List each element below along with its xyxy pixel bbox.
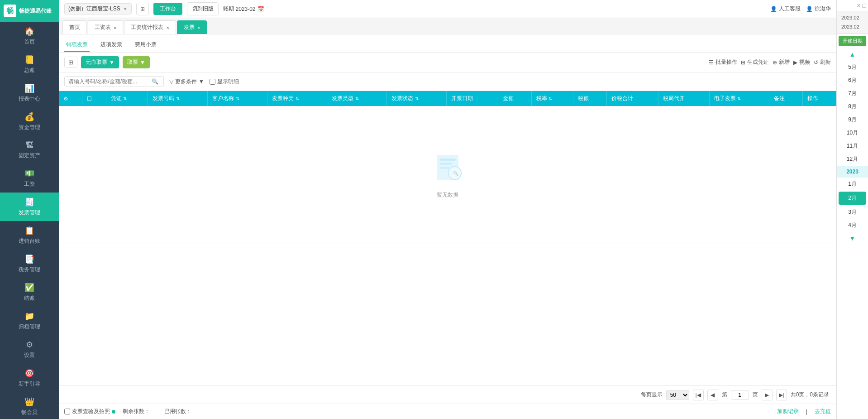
sidebar-item-5[interactable]: 💵工资 xyxy=(0,164,59,193)
month-11[interactable]: 11月 xyxy=(837,140,868,153)
support-link[interactable]: 👤 人工客服 xyxy=(770,5,801,13)
user-name: 徐滋华 xyxy=(815,5,831,13)
refresh-btn[interactable]: ↺ 刷新 xyxy=(814,58,831,66)
sidebar-item-12[interactable]: 🎯新手引导 xyxy=(0,364,59,392)
company-selector[interactable]: (勿删）江西股宝-LSS ▼ xyxy=(64,3,132,14)
tab-invoice[interactable]: 发票 × xyxy=(177,20,207,34)
add-record-link[interactable]: 加购记录 xyxy=(777,408,799,415)
support-icon: 👤 xyxy=(770,6,777,12)
next-page-btn[interactable]: ▶ xyxy=(762,390,773,400)
th-tax: 税额 xyxy=(573,91,607,106)
current-page-input[interactable] xyxy=(731,390,749,400)
month-12[interactable]: 12月 xyxy=(837,153,868,166)
date-panel-expand-btn[interactable]: □ xyxy=(863,2,866,9)
sidebar-item-1[interactable]: 📒总账 xyxy=(0,50,59,79)
tab-salary[interactable]: 工资表 × xyxy=(88,20,123,34)
date-header-item-1[interactable]: 2023.02 xyxy=(839,14,865,22)
th-customer[interactable]: 客户名称 ⇅ xyxy=(208,91,267,106)
show-detail-input[interactable] xyxy=(210,79,215,85)
sidebar-item-10[interactable]: 📁归档管理 xyxy=(0,307,59,335)
sidebar-item-3[interactable]: 💰资金管理 xyxy=(0,107,59,136)
draw-btn[interactable]: 取票 ▼ xyxy=(123,56,150,68)
first-page-btn[interactable]: |◀ xyxy=(693,390,704,400)
video-btn[interactable]: ▶ 视频 xyxy=(793,58,810,66)
prev-page-btn[interactable]: ◀ xyxy=(707,390,718,400)
tab-invoice-close[interactable]: × xyxy=(197,25,200,30)
sidebar-item-4[interactable]: 🏗固定资产 xyxy=(0,136,59,164)
month-4[interactable]: 4月 xyxy=(837,219,868,232)
workspace-btn[interactable]: 工作台 xyxy=(153,3,182,15)
th-tax-rate[interactable]: 税率 ⇅ xyxy=(531,91,573,106)
tab-salary-report-close[interactable]: × xyxy=(166,25,169,30)
open-period-btn[interactable]: 开账日期 xyxy=(839,36,866,46)
tab-invoice-label: 发票 xyxy=(184,24,195,31)
month-1[interactable]: 1月 xyxy=(837,178,868,191)
sidebar-item-6[interactable]: 🧾发票管理 xyxy=(0,193,59,221)
batch-ops-btn[interactable]: ☰ 批量操作 xyxy=(709,58,737,66)
view-toggle[interactable]: ⊞ xyxy=(64,57,77,68)
check-label-container[interactable]: 发票查验及拍照 xyxy=(64,408,115,415)
th-invoice-category[interactable]: 发票类型 ⇅ xyxy=(327,91,387,106)
date-header-item-2[interactable]: 2023.02 xyxy=(839,23,865,31)
footer: 发票查验及拍照 剩余张数： 已用张数： 加购记录 | 去充值 xyxy=(59,404,836,419)
sidebar-icon-4: 🏗 xyxy=(25,140,33,150)
month-5[interactable]: 5月 xyxy=(837,61,868,74)
grid-view-btn[interactable]: ⊞ xyxy=(65,57,77,67)
th-electronic[interactable]: 电子发票 ⇅ xyxy=(710,91,769,106)
sidebar-icon-1: 📒 xyxy=(24,55,34,65)
page-label: 第 xyxy=(722,391,727,399)
more-conditions-btn[interactable]: ▽ 更多条件 ▼ xyxy=(169,78,204,86)
tab-salary-close[interactable]: × xyxy=(114,25,116,30)
subtab-sales[interactable]: 销项发票 xyxy=(64,38,90,52)
tab-home[interactable]: 首页 xyxy=(62,20,87,34)
sidebar-item-7[interactable]: 📋进销台账 xyxy=(0,221,59,250)
month-2[interactable]: 2月 xyxy=(839,192,866,205)
logo-icon: 畅 xyxy=(4,5,16,17)
month-9[interactable]: 9月 xyxy=(837,113,868,126)
check-checkbox[interactable] xyxy=(64,409,70,414)
main-area: (勿删）江西股宝-LSS ▼ ⊞ 工作台 切到旧版 账期 2023-02 📅 👤… xyxy=(59,0,836,419)
copy-btn[interactable]: ⊞ xyxy=(136,3,149,15)
th-checkbox[interactable]: ☐ xyxy=(82,91,106,106)
th-settings[interactable]: ⚙ xyxy=(59,91,82,106)
search-input[interactable] xyxy=(68,78,150,85)
subtab-purchase[interactable]: 进项发票 xyxy=(99,38,124,52)
date-panel-close-btn[interactable]: × xyxy=(857,2,860,9)
tab-salary-report[interactable]: 工资统计报表 × xyxy=(124,20,176,34)
subtab-expense[interactable]: 费用小票 xyxy=(133,38,158,52)
month-10[interactable]: 10月 xyxy=(837,126,868,140)
th-voucher[interactable]: 凭证 ⇅ xyxy=(106,91,148,106)
invoice-subtabs: 销项发票 进项发票 费用小票 xyxy=(59,34,836,53)
user-avatar[interactable]: 👤 徐滋华 xyxy=(806,5,831,13)
last-page-btn[interactable]: ▶| xyxy=(776,390,787,400)
draw-label: 取票 xyxy=(127,58,138,66)
sidebar-item-8[interactable]: 📑税务管理 xyxy=(0,250,59,278)
th-invoice-status[interactable]: 发票状态 ⇅ xyxy=(387,91,447,106)
month-7[interactable]: 7月 xyxy=(837,87,868,100)
gen-voucher-btn[interactable]: ⊞ 生成凭证 xyxy=(741,58,769,66)
period-icon: 📅 xyxy=(258,6,264,12)
month-arrow-down[interactable]: ▼ xyxy=(837,232,868,245)
tab-salary-report-label: 工资统计报表 xyxy=(131,24,163,31)
sidebar-label-9: 结账 xyxy=(24,294,35,302)
empty-icon: 🔍 xyxy=(429,149,466,186)
th-invoice-no[interactable]: 发票号码 ⇅ xyxy=(148,91,208,106)
sidebar-item-13[interactable]: 👑畅会员 xyxy=(0,392,59,419)
year-2023[interactable]: 2023 xyxy=(837,166,868,178)
page-size-select[interactable]: 50 100 200 xyxy=(666,390,689,400)
sidebar-item-11[interactable]: ⚙设置 xyxy=(0,335,59,364)
sidebar-item-0[interactable]: 🏠首页 xyxy=(0,22,59,50)
month-8[interactable]: 8月 xyxy=(837,100,868,113)
sidebar-icon-5: 💵 xyxy=(24,169,34,178)
go-buy-link[interactable]: 去充值 xyxy=(815,408,831,415)
no-draw-btn[interactable]: 无血取票 ▼ xyxy=(81,56,119,68)
switch-old-btn[interactable]: 切到旧版 xyxy=(187,2,219,15)
month-6[interactable]: 6月 xyxy=(837,74,868,87)
month-3[interactable]: 3月 xyxy=(837,206,868,219)
month-arrow-up[interactable]: ▲ xyxy=(837,48,868,61)
show-detail-checkbox[interactable]: 显示明细 xyxy=(210,78,239,86)
sidebar-item-9[interactable]: ✅结账 xyxy=(0,278,59,307)
th-invoice-type[interactable]: 发票种类 ⇅ xyxy=(267,91,327,106)
sidebar-item-2[interactable]: 📊报表中心 xyxy=(0,79,59,107)
new-btn[interactable]: ⊕ 新增 xyxy=(773,58,790,66)
